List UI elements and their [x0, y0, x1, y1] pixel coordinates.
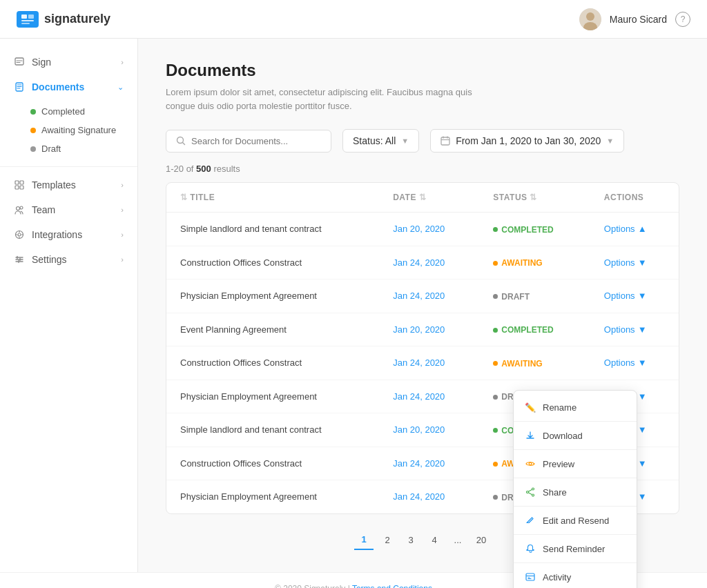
dropdown-item-rename[interactable]: ✏️ Rename: [514, 395, 637, 420]
options-button[interactable]: Options ▼: [604, 257, 647, 268]
sidebar-item-team[interactable]: Team ›: [0, 197, 137, 222]
cell-title: Event Planning Agreement: [166, 313, 379, 346]
options-chevron-up-icon: ▲: [638, 224, 647, 234]
templates-icon: [14, 179, 25, 190]
cell-title: Simple landlord and tenant contract: [166, 213, 379, 246]
page-btn-1[interactable]: 1: [354, 531, 374, 550]
status-dot-icon: [493, 227, 498, 232]
dropdown-item-preview[interactable]: Preview: [514, 451, 637, 476]
dropdown-divider-6: [514, 562, 637, 563]
sidebar-item-draft[interactable]: Draft: [30, 139, 137, 158]
options-button[interactable]: Options ▼: [604, 357, 647, 368]
svg-point-23: [532, 488, 534, 490]
table-row: Event Planning Agreement Jan 20, 2020 CO…: [166, 313, 679, 346]
cell-title: Construction Offices Constract: [166, 447, 379, 480]
dropdown-divider-3: [514, 478, 637, 478]
sidebar-item-settings[interactable]: Settings ›: [0, 247, 137, 272]
svg-rect-2: [21, 20, 34, 21]
search-input[interactable]: [191, 136, 316, 146]
page-btn-2[interactable]: 2: [378, 531, 397, 550]
cell-date: Jan 24, 2020: [379, 346, 479, 380]
documents-icon: [14, 81, 25, 92]
col-title: ⇅ TITLE: [166, 183, 379, 213]
options-chevron-down-icon: ▼: [638, 291, 647, 301]
sidebar-item-completed[interactable]: Completed: [30, 102, 137, 121]
sidebar-item-awaiting[interactable]: Awaiting Signature: [30, 121, 137, 139]
dropdown-item-share[interactable]: Share: [514, 480, 637, 504]
dropdown-item-download[interactable]: Download: [514, 423, 637, 448]
logo-icon: [17, 11, 39, 28]
cell-date: Jan 24, 2020: [379, 280, 479, 313]
status-dot-icon: [493, 294, 498, 299]
sidebar-item-sign[interactable]: Sign ›: [0, 50, 137, 75]
dropdown-item-reminder[interactable]: Send Reminder: [514, 536, 637, 561]
cell-date: Jan 20, 2020: [379, 413, 479, 447]
search-icon: [176, 136, 186, 146]
options-chevron-down-icon: ▼: [638, 357, 647, 368]
sort-icon-status: ⇅: [530, 193, 537, 202]
search-box[interactable]: [166, 130, 331, 153]
options-chevron-down-icon: ▼: [638, 257, 647, 268]
app-wrapper: signaturely Mauro Sicard ?: [0, 0, 707, 588]
table-header: ⇅ TITLE DATE ⇅ STATUS ⇅ ACTIONS: [166, 183, 679, 213]
sidebar-item-templates[interactable]: Templates ›: [0, 173, 137, 197]
help-icon[interactable]: ?: [675, 12, 690, 27]
cell-status: AWAITING: [479, 246, 590, 280]
options-chevron-down-icon: ▼: [638, 391, 647, 402]
dropdown-item-edit-resend[interactable]: Edit and Resend: [514, 508, 637, 533]
status-dot-icon: [493, 328, 498, 333]
user-name[interactable]: Mauro Sicard: [610, 14, 667, 25]
logo: signaturely: [17, 11, 110, 28]
cell-title: Construction Offices Constract: [166, 246, 379, 280]
documents-table-container: ⇅ TITLE DATE ⇅ STATUS ⇅ ACTIONS: [166, 182, 679, 514]
status-dropdown[interactable]: Status: All ▼: [342, 129, 419, 153]
sidebar-item-documents[interactable]: Documents ⌄: [0, 75, 137, 99]
page-btn-3[interactable]: 3: [401, 531, 420, 550]
completed-label: Completed: [41, 106, 85, 117]
share-icon: [525, 487, 536, 498]
status-dot-icon: [493, 395, 498, 400]
dropdown-divider-5: [514, 534, 637, 535]
templates-chevron-icon: ›: [121, 181, 124, 189]
sidebar-sign-label: Sign: [32, 57, 51, 68]
svg-rect-10: [20, 181, 23, 184]
page-btn-4[interactable]: 4: [425, 531, 444, 550]
cell-title: Physician Employment Agreement: [166, 480, 379, 513]
options-button[interactable]: Options ▲: [604, 224, 647, 234]
completed-dot-icon: [30, 109, 36, 115]
cell-date: Jan 24, 2020: [379, 447, 479, 480]
options-button[interactable]: Options ▼: [604, 291, 647, 301]
sidebar-item-integrations[interactable]: Integrations ›: [0, 222, 137, 247]
sidebar-divider: [0, 166, 137, 167]
cell-title: Physician Employment Agreement: [166, 280, 379, 313]
awaiting-label: Awaiting Signature: [41, 125, 116, 135]
cell-date: Jan 20, 2020: [379, 213, 479, 246]
page-title: Documents: [166, 61, 679, 80]
table-row: Construction Offices Constract Jan 24, 2…: [166, 246, 679, 280]
status-dot-icon: [493, 361, 498, 366]
status-dot-icon: [493, 495, 498, 500]
sidebar-settings-label: Settings: [32, 254, 67, 265]
dropdown-divider-2: [514, 449, 637, 450]
draft-dot-icon: [30, 146, 36, 152]
cell-title: Simple landlord and tenant contract: [166, 413, 379, 447]
table-row: Physician Employment Agreement Jan 24, 2…: [166, 280, 679, 313]
main-content: Documents Lorem ipsum dolor sit amet, co…: [138, 39, 707, 572]
options-button[interactable]: Options ▼: [604, 324, 647, 335]
svg-rect-1: [28, 14, 34, 19]
footer-terms-link[interactable]: Terms and Conditions: [352, 584, 432, 589]
page-btn-20[interactable]: 20: [472, 531, 491, 550]
settings-chevron-icon: ›: [121, 255, 124, 264]
date-dropdown[interactable]: From Jan 1, 2020 to Jan 30, 2020 ▼: [430, 129, 624, 153]
dropdown-item-activity[interactable]: Activity: [514, 565, 637, 588]
svg-rect-21: [441, 137, 449, 145]
sidebar-team-label: Team: [32, 204, 55, 215]
svg-rect-12: [20, 186, 23, 189]
col-status: STATUS ⇅: [479, 183, 590, 213]
options-chevron-down-icon: ▼: [638, 458, 647, 469]
cell-actions: Options ▼: [590, 346, 679, 380]
status-dot-icon: [493, 462, 498, 467]
settings-icon: [14, 254, 25, 265]
svg-rect-9: [15, 181, 19, 184]
pencil-icon: ✏️: [525, 402, 536, 413]
